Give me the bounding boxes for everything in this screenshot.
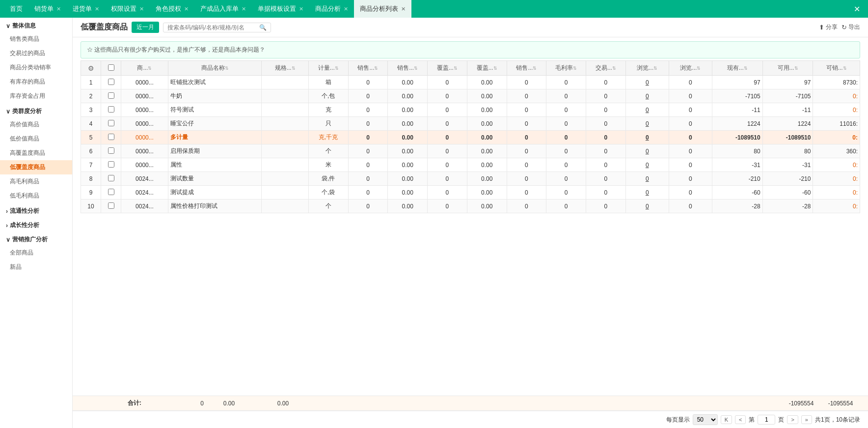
sidebar-item-high-margin[interactable]: 高毛利商品 <box>0 174 72 189</box>
nav-close-analysis-list[interactable]: ✕ <box>401 6 406 12</box>
cell-browse1[interactable]: 0 <box>625 172 669 186</box>
cell-checkbox[interactable] <box>101 103 121 117</box>
sidebar-section-growth-title[interactable]: › 成长性分析 <box>0 217 72 231</box>
col-gear[interactable]: ⚙ <box>81 61 101 76</box>
nav-close-template[interactable]: ✕ <box>299 6 303 12</box>
time-filter-button[interactable]: 近一月 <box>132 22 159 33</box>
cell-browse2: 0 <box>669 200 712 213</box>
col-unit-header[interactable]: 计量...⇅ <box>308 61 348 76</box>
cell-browse1[interactable]: 0 <box>625 131 669 144</box>
col-sales1-header[interactable]: 销售...⇅ <box>348 61 388 76</box>
nav-close-products[interactable]: ✕ <box>242 6 246 12</box>
col-code-header[interactable]: 商...⇅ <box>121 61 168 76</box>
cell-browse1[interactable]: 0 <box>625 117 669 131</box>
col-checkbox[interactable] <box>101 61 121 76</box>
nav-item-permissions[interactable]: 权限设置 ✕ <box>105 0 150 18</box>
table-container[interactable]: ⚙ 商...⇅ 商品名称⇅ 规格...⇅ <box>73 60 868 396</box>
search-icon[interactable]: 🔍 <box>259 24 267 31</box>
nav-item-analysis[interactable]: 商品分析 ✕ <box>309 0 354 18</box>
last-page-button[interactable]: » <box>801 415 812 424</box>
sidebar-section-cluster-title[interactable]: ∨ 类群度分析 <box>0 103 72 117</box>
cell-browse1[interactable]: 0 <box>625 200 669 213</box>
cell-available: -11 <box>762 103 813 117</box>
sidebar-item-new-goods[interactable]: 新品 <box>0 260 72 274</box>
col-coverage2-header[interactable]: 覆盖...⇅ <box>467 61 507 76</box>
cell-trade: 0 <box>586 117 626 131</box>
cell-checkbox[interactable] <box>101 76 121 89</box>
sidebar-item-sales-goods[interactable]: 销售类商品 <box>0 32 72 46</box>
cell-browse1[interactable]: 0 <box>625 158 669 172</box>
sidebar-item-all-goods[interactable]: 全部商品 <box>0 246 72 260</box>
nav-item-products[interactable]: 产成品入库单 ✕ <box>194 0 252 18</box>
prev-page-button[interactable]: < <box>735 415 746 424</box>
cell-s3: 0 <box>507 172 546 186</box>
sidebar-item-high-value[interactable]: 高价值商品 <box>0 117 72 132</box>
sidebar-item-capital-occupation[interactable]: 库存资金占用 <box>0 89 72 103</box>
col-name-header[interactable]: 商品名称⇅ <box>168 61 262 76</box>
table-row: 2 0000... 牛奶 个,包 0 0.00 0 0.00 0 0 0 0 0… <box>81 89 860 103</box>
sidebar-collapse-btn[interactable]: « <box>72 37 73 49</box>
nav-item-roles[interactable]: 角色授权 ✕ <box>150 0 194 18</box>
sidebar-item-in-stock[interactable]: 有库存的商品 <box>0 75 72 89</box>
next-page-button[interactable]: > <box>787 415 798 424</box>
select-all-checkbox[interactable] <box>108 64 114 71</box>
per-page-select[interactable]: 50 100 200 <box>693 414 718 425</box>
table-row: 5 0000... 多计量 克,千克 0 0.00 0 0.00 0 0 0 0… <box>81 131 860 144</box>
nav-item-purchase[interactable]: 进货单 ✕ <box>67 0 105 18</box>
share-button[interactable]: ⬆ 分享 <box>819 23 838 31</box>
col-sales3-header[interactable]: 销售...⇅ <box>507 61 546 76</box>
col-sales2-header[interactable]: 销售...⇅ <box>388 61 428 76</box>
col-spec-header[interactable]: 规格...⇅ <box>262 61 308 76</box>
cell-browse2: 0 <box>669 117 712 131</box>
cell-checkbox[interactable] <box>101 200 121 213</box>
col-current-header[interactable]: 现有...⇅ <box>712 61 762 76</box>
col-available-header[interactable]: 可用...⇅ <box>762 61 813 76</box>
nav-close-purchase[interactable]: ✕ <box>95 6 99 12</box>
cell-checkbox[interactable] <box>101 117 121 131</box>
nav-item-analysis-list[interactable]: 商品分析列表 ✕ <box>354 0 411 18</box>
cell-browse1[interactable]: 0 <box>625 144 669 158</box>
col-margin-header[interactable]: 毛利率⇅ <box>546 61 586 76</box>
cell-checkbox[interactable] <box>101 186 121 200</box>
cell-checkbox[interactable] <box>101 172 121 186</box>
nav-item-home[interactable]: 首页 <box>4 0 28 18</box>
sidebar-item-low-margin[interactable]: 低毛利商品 <box>0 189 72 203</box>
nav-item-template[interactable]: 单据模板设置 ✕ <box>252 0 309 18</box>
nav-close-sales[interactable]: ✕ <box>56 6 61 12</box>
col-browse1-header[interactable]: 浏览...⇅ <box>625 61 669 76</box>
cell-browse1[interactable]: 0 <box>625 103 669 117</box>
cell-c1: 0 <box>428 186 467 200</box>
cell-checkbox[interactable] <box>101 158 121 172</box>
sidebar-section-marketing-title[interactable]: ∨ 营销推广分析 <box>0 231 72 246</box>
sidebar-section-general-title[interactable]: ∨ 整体信息 <box>0 18 72 32</box>
gear-button[interactable]: ⚙ <box>88 64 94 72</box>
cell-browse2: 0 <box>669 103 712 117</box>
page-input[interactable] <box>758 415 775 425</box>
sidebar-item-traded-goods[interactable]: 交易过的商品 <box>0 46 72 60</box>
col-sellable-header[interactable]: 可销...⇅ <box>813 61 860 76</box>
sidebar-section-circulation-title[interactable]: › 流通性分析 <box>0 203 72 217</box>
sidebar-item-low-coverage[interactable]: 低覆盖度商品 <box>0 160 72 174</box>
sidebar-item-low-value[interactable]: 低价值商品 <box>0 132 72 146</box>
nav-close-roles[interactable]: ✕ <box>184 6 189 12</box>
col-coverage1-header[interactable]: 覆盖...⇅ <box>428 61 467 76</box>
cell-browse1[interactable]: 0 <box>625 186 669 200</box>
export-button[interactable]: ↻ 导出 <box>841 23 860 31</box>
nav-close-analysis[interactable]: ✕ <box>344 6 348 12</box>
arrow-down-icon3: ∨ <box>6 236 10 243</box>
table-row: 1 0000... 旺铺批次测试 箱 0 0.00 0 0.00 0 0 0 0… <box>81 76 860 89</box>
cell-browse1[interactable]: 0 <box>625 76 669 89</box>
first-page-button[interactable]: K <box>721 415 732 424</box>
cell-checkbox[interactable] <box>101 89 121 103</box>
col-trade-header[interactable]: 交易...⇅ <box>586 61 626 76</box>
cell-checkbox[interactable] <box>101 144 121 158</box>
col-browse2-header[interactable]: 浏览...⇅ <box>669 61 712 76</box>
search-input[interactable] <box>167 24 259 31</box>
cell-browse1[interactable]: 0 <box>625 89 669 103</box>
cell-checkbox[interactable] <box>101 131 121 144</box>
sidebar-item-high-coverage[interactable]: 高覆盖度商品 <box>0 146 72 160</box>
sidebar-item-category-sales-rate[interactable]: 商品分类动销率 <box>0 60 72 75</box>
nav-item-sales[interactable]: 销货单 ✕ <box>28 0 67 18</box>
nav-close-all[interactable]: ✕ <box>850 4 864 14</box>
nav-close-permissions[interactable]: ✕ <box>139 6 144 12</box>
